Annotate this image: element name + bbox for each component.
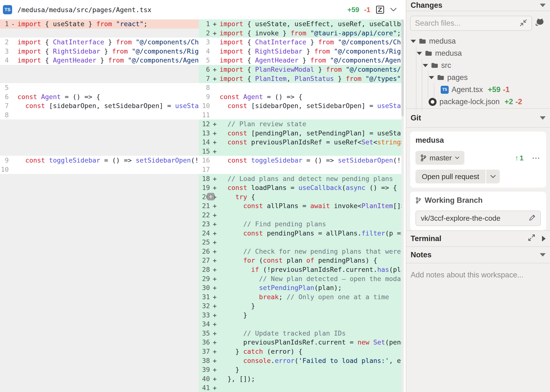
diff-scrollbar-thumb[interactable]: [401, 19, 404, 116]
collapse-section-icon[interactable]: [540, 253, 546, 257]
caret-down-icon[interactable]: [411, 40, 416, 43]
expand-diff-button[interactable]: +: [207, 193, 215, 200]
changes-section-header[interactable]: Changes: [406, 0, 550, 11]
file-tree: medusamedusasrcpagesTSAgent.tsx+59-1pack…: [406, 35, 550, 108]
line-number: 4: [199, 47, 210, 55]
line-number: 24: [199, 229, 210, 237]
diff-row: 1+import { useState, useEffect, useRef, …: [199, 19, 403, 29]
diff-row: 12+ // Plan review state: [199, 119, 403, 129]
caret-down-icon[interactable]: [429, 76, 434, 79]
code-line: const toggleSidebar = () => setSidebarOp…: [220, 157, 403, 164]
diff-row: 13+ const [pendingPlan, setPendingPlan] …: [199, 129, 403, 138]
code-line: import { AgentHeader } from "@/component…: [17, 56, 199, 64]
code-line: }: [220, 366, 403, 373]
edit-icon[interactable]: [528, 214, 536, 223]
code-line: const Agent = () => {: [220, 93, 403, 101]
line-number: 1: [199, 20, 210, 28]
arrow-up-icon: ↑: [515, 154, 518, 162]
chevron-down-icon: [455, 156, 460, 160]
caret-down-icon[interactable]: [417, 52, 422, 55]
diff-row: 3import { RightSidebar } from "@/compone…: [0, 47, 199, 56]
code-line: previousPlanIdsRef.current = new Set(pen…: [220, 338, 403, 346]
line-number: 40: [199, 375, 210, 383]
diff-row: 10: [0, 165, 199, 174]
collapse-section-icon[interactable]: [540, 4, 546, 7]
cat-icon[interactable]: [535, 18, 546, 29]
terminal-section-header[interactable]: Terminal: [406, 230, 550, 246]
code-line: import { PlanItem, PlanStatus } from "@/…: [220, 75, 403, 82]
working-branch-input[interactable]: [420, 214, 528, 223]
caret-down-icon[interactable]: [423, 64, 428, 67]
folder-icon: [431, 63, 438, 68]
diff-pane-old: 1-import { useState } from "react";2impo…: [0, 19, 199, 392]
diff-marker: +: [210, 120, 220, 128]
collapse-section-icon[interactable]: [540, 116, 546, 120]
tree-item-medusa[interactable]: medusa: [406, 47, 550, 59]
code-line: const [sidebarOpen, setSidebarOpen] = us…: [220, 102, 403, 110]
code-line: }: [220, 302, 403, 310]
diff-scrollbar[interactable]: [401, 19, 404, 392]
diff-viewer: TS /medusa/medusa/src/pages/Agent.tsx +5…: [0, 0, 406, 392]
diff-marker: +: [210, 220, 220, 228]
git-section-header[interactable]: Git: [406, 108, 550, 128]
working-branch-title-row: Working Branch: [415, 196, 541, 205]
code-line: // Check for new pending plans that were…: [220, 248, 403, 255]
line-number: 12: [199, 120, 210, 128]
diff-row: 7+import { PlanItem, PlanStatus } from "…: [199, 74, 403, 83]
line-number: 23: [199, 220, 210, 228]
diff-gap-row: [0, 65, 199, 74]
line-number: 17: [199, 166, 210, 173]
diff-marker: +: [210, 266, 220, 273]
search-box[interactable]: [410, 16, 532, 31]
diff-row: 28+ if (!previousPlanIdsRef.current.has(…: [199, 265, 403, 274]
diff-row: 39+ }: [199, 365, 403, 374]
diff-row: 8: [0, 110, 199, 119]
package-lock-icon: [429, 98, 437, 106]
added-count: +2: [504, 97, 513, 106]
collapse-tree-icon[interactable]: [519, 18, 528, 28]
diff-marker: +: [210, 248, 220, 255]
diff-marker: +: [210, 375, 220, 383]
branch-selector[interactable]: master: [415, 151, 464, 165]
working-branch-field[interactable]: [415, 211, 541, 226]
line-number: 21: [199, 202, 210, 210]
line-number: 39: [199, 366, 210, 373]
notes-placeholder[interactable]: Add notes about this workspace...: [406, 263, 550, 392]
diff-row: 3import { ChatInterface } from "@/compon…: [199, 38, 403, 47]
line-number: 26: [199, 248, 210, 255]
code-line: // Find pending plans: [220, 220, 403, 228]
code-line: import { ChatInterface } from "@/compone…: [17, 38, 199, 46]
diff-row: 21+ const allPlans = await invoke<PlanIt…: [199, 201, 403, 211]
diff-marker: +: [210, 175, 220, 182]
tree-item-medusa[interactable]: medusa: [406, 35, 550, 47]
tree-item-src[interactable]: src: [406, 59, 550, 71]
code-line: import { RightSidebar } from "@/componen…: [17, 47, 199, 55]
code-line: if (!previousPlanIdsRef.current.has(plan…: [220, 266, 403, 273]
branch-icon: [420, 154, 427, 162]
line-number: 37: [199, 348, 210, 355]
diff-row: 7 const [sidebarOpen, setSidebarOpen] = …: [0, 101, 199, 110]
removed-count: -1: [364, 6, 370, 14]
open-pull-request-button[interactable]: Open pull request: [415, 170, 486, 183]
diff-marker: +: [210, 238, 220, 246]
zed-icon[interactable]: [375, 5, 385, 15]
line-number: 35: [199, 329, 210, 337]
diff-marker: +: [210, 211, 220, 219]
search-input[interactable]: [414, 19, 519, 28]
line-number: 10: [0, 166, 9, 173]
chevron-down-icon[interactable]: [390, 7, 397, 12]
git-section-body: medusa master ↑1 ⋯: [406, 128, 550, 230]
diff-marker: +: [210, 384, 220, 392]
diff-row: 6+import { PlanReviewModal } from "@/com…: [199, 65, 403, 74]
pull-request-dropdown-button[interactable]: [486, 170, 500, 183]
code-line: // Load plans and detect new pending pla…: [220, 175, 403, 182]
diff-marker: +: [210, 275, 220, 282]
diff-row: 8: [199, 83, 403, 92]
code-line: try {: [220, 193, 403, 201]
expand-section-icon[interactable]: [542, 236, 546, 242]
code-line: // Plan review state: [220, 120, 403, 128]
expand-icon[interactable]: [527, 234, 536, 244]
line-number: 34: [199, 320, 210, 328]
removed-count: -1: [503, 85, 510, 94]
notes-section-header[interactable]: Notes: [406, 246, 550, 263]
